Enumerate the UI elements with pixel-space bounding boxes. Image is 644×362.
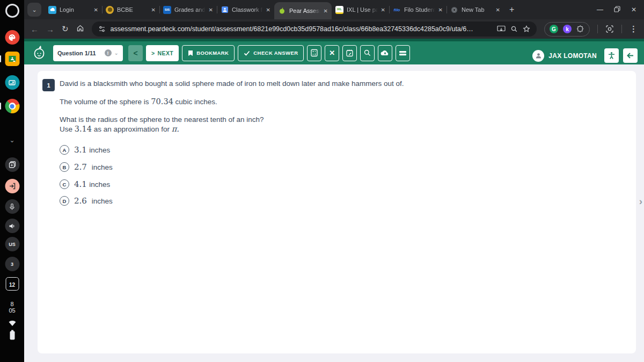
battery-status[interactable] — [9, 330, 15, 340]
pear-logo-icon — [33, 45, 46, 61]
browser-menu-button[interactable]: ⋮ — [630, 24, 638, 34]
launcher-button[interactable] — [5, 4, 19, 18]
clock[interactable]: 805 — [9, 301, 15, 314]
check-icon — [244, 50, 250, 56]
tab-strip: ⌄ Login ✕ BCBE ✕ SIS Grades and ✕ Classw… — [24, 0, 644, 19]
lines-icon — [399, 50, 407, 56]
teal-app-button[interactable] — [5, 75, 19, 90]
keyboard-layout-button[interactable]: US — [5, 237, 19, 251]
check-answer-label: CHECK ANSWER — [253, 50, 298, 56]
choice-letter[interactable]: A — [60, 145, 69, 155]
omnibox[interactable]: assessment.peardeck.com/student/assessme… — [92, 21, 537, 37]
classwork-favicon — [221, 6, 229, 14]
close-icon[interactable]: ✕ — [266, 7, 270, 13]
volume-tray-button[interactable] — [5, 219, 19, 233]
home-icon — [76, 24, 84, 32]
sign-out-button[interactable] — [5, 179, 19, 193]
bookmark-button[interactable]: BOOKMARK — [182, 45, 235, 61]
kami-extension-icon[interactable]: k — [563, 25, 572, 33]
close-icon[interactable]: ✕ — [209, 7, 213, 13]
close-icon[interactable]: ✕ — [438, 7, 443, 13]
canvas-app-button[interactable] — [5, 30, 19, 45]
choice-b[interactable]: B 2.7 inches — [60, 162, 113, 172]
tab-pear-assessment-active[interactable]: Pear Assess ✕ — [274, 2, 332, 19]
tab-title: BCBE — [117, 6, 148, 13]
send-to-device-icon[interactable] — [497, 25, 506, 33]
shelf-collapse-chevron[interactable]: ⌄ — [9, 136, 14, 144]
arrow-left-icon — [626, 52, 634, 59]
text-to-speech-button[interactable] — [378, 45, 392, 61]
header-right: JAX LOMOTAN — [532, 44, 638, 67]
minimize-button[interactable]: — — [597, 6, 603, 13]
home-button[interactable] — [76, 24, 84, 34]
line-reader-button[interactable] — [396, 45, 410, 61]
reload-button[interactable]: ↻ — [62, 24, 69, 34]
question-selector[interactable]: Question 1/11 ! ⌄ — [53, 45, 123, 61]
tab-login[interactable]: Login ✕ — [45, 0, 102, 19]
close-icon[interactable]: ✕ — [496, 7, 500, 13]
back-button[interactable]: ← — [31, 25, 39, 34]
choice-c[interactable]: C 4.1 inches — [60, 179, 110, 189]
choice-d[interactable]: D 2.6 inches — [60, 196, 113, 206]
calendar-tray-button[interactable]: 12 — [5, 277, 19, 291]
chrome-icon — [5, 99, 19, 113]
choice-letter[interactable]: D — [60, 196, 69, 206]
tab-filo[interactable]: filo Filo Student ✕ — [389, 0, 447, 19]
close-icon[interactable]: ✕ — [151, 7, 156, 13]
close-icon[interactable]: ✕ — [94, 7, 98, 13]
new-tab-button[interactable]: + — [509, 5, 514, 15]
site-settings-icon[interactable] — [98, 25, 106, 33]
search-icon[interactable] — [510, 25, 518, 33]
chromium-favicon — [450, 6, 458, 14]
classlink-favicon — [48, 6, 56, 14]
choice-letter[interactable]: C — [60, 179, 69, 189]
choice-letter[interactable]: B — [60, 162, 69, 172]
forward-button[interactable]: → — [46, 25, 54, 34]
choice-a[interactable]: A 3.1 inches — [60, 145, 110, 155]
close-icon[interactable]: ✕ — [381, 7, 385, 13]
microphone-tray-button[interactable] — [5, 199, 19, 214]
next-slide-chevron[interactable]: › — [639, 196, 642, 207]
assessment-header: Question 1/11 ! ⌄ < > NEXT BOOKMARK CHEC… — [24, 39, 644, 64]
filo-favicon: filo — [393, 6, 401, 14]
url-text[interactable]: assessment.peardeck.com/student/assessme… — [111, 25, 492, 33]
scratchpad-tool-button[interactable] — [342, 45, 357, 61]
calculator-tool-button[interactable] — [307, 45, 321, 61]
exit-button[interactable] — [623, 48, 638, 63]
chevron-down-icon: ⌄ — [114, 50, 119, 56]
restore-button[interactable] — [614, 6, 620, 14]
next-question-button[interactable]: > NEXT — [146, 45, 179, 61]
bookmark-star-icon[interactable] — [523, 25, 530, 33]
extensions-puzzle-icon[interactable] — [576, 25, 584, 33]
magnifier-tool-button[interactable] — [360, 45, 375, 61]
screen-capture-button[interactable] — [5, 157, 19, 172]
notification-counter[interactable]: 3 — [5, 257, 19, 271]
chrome-app-button[interactable] — [5, 99, 19, 113]
question-counter: Question 1/11 — [57, 50, 102, 56]
notepad-icon — [346, 49, 354, 57]
accessibility-button[interactable] — [604, 48, 619, 63]
grammarly-extension-icon[interactable]: G — [550, 25, 558, 33]
x-icon: ✕ — [329, 49, 335, 57]
close-icon[interactable]: ✕ — [324, 8, 328, 14]
calculator-icon — [310, 49, 318, 57]
tab-grades[interactable]: SIS Grades and ✕ — [159, 0, 217, 19]
browser-toolbar: ← → ↻ assessment.peardeck.com/student/as… — [24, 19, 644, 39]
capture-icon[interactable] — [605, 25, 614, 33]
check-answer-button[interactable]: CHECK ANSWER — [238, 45, 304, 61]
tab-classwork[interactable]: Classwork f ✕ — [217, 0, 274, 19]
tab-new-tab[interactable]: New Tab ✕ — [447, 0, 504, 19]
previous-question-button[interactable]: < — [128, 45, 143, 61]
tab-bcbe[interactable]: BCBE ✕ — [102, 0, 159, 19]
tab-title: New Tab — [462, 6, 493, 13]
next-label: NEXT — [158, 50, 174, 56]
tab-search-button[interactable]: ⌄ — [27, 3, 41, 17]
palette-icon — [5, 30, 19, 45]
wifi-status[interactable] — [8, 320, 16, 327]
tab-ixl[interactable]: IXL IXL | Use pa ✕ — [332, 0, 389, 19]
answer-eliminator-button[interactable]: ✕ — [325, 45, 339, 61]
screen-capture-icon — [5, 157, 19, 172]
close-window-button[interactable]: ✕ — [631, 6, 636, 13]
classroom-app-button[interactable] — [5, 52, 19, 66]
clock-hour: 8 — [9, 301, 15, 307]
